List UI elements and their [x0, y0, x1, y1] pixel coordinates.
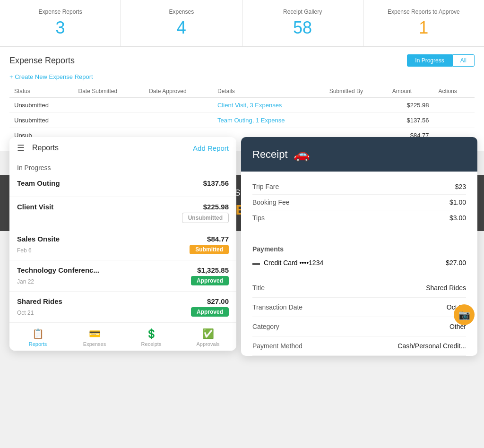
report-name: Team Outing — [17, 179, 60, 187]
title-row: Title Shared Rides — [252, 278, 466, 298]
mobile-report-list: Team Outing $137.56 Client Visit $225.98… — [9, 173, 236, 323]
credit-card-value: $27.00 — [446, 259, 466, 267]
stat-to-approve-label: Expense Reports to Approve — [373, 9, 475, 15]
payment-method-row: Payment Method Cash/Personal Credit... — [252, 336, 466, 356]
tips-value: $3.00 — [449, 214, 466, 222]
transaction-date-row: Transaction Date Oct 21 — [252, 298, 466, 317]
stat-expense-reports-label: Expense Reports — [9, 9, 111, 15]
add-report-button[interactable]: Add Report — [193, 144, 229, 152]
cell-date-submitted — [74, 98, 145, 113]
stat-to-approve[interactable]: Expense Reports to Approve 1 — [363, 0, 484, 46]
status-badge: Submitted — [190, 245, 229, 254]
stat-expenses[interactable]: Expenses 4 — [121, 0, 242, 46]
mobile-nav: 📋 Reports 💳 Expenses 💲 Receipts ✅ Approv… — [9, 323, 236, 351]
reports-section: Expense Reports In Progress All Create N… — [0, 47, 484, 151]
list-item[interactable]: Shared Rides $27.00 Oct 21 Approved — [9, 292, 236, 323]
list-item[interactable]: Team Outing $137.56 — [9, 173, 236, 197]
cell-date-submitted — [74, 113, 145, 128]
report-amount: $225.98 — [203, 203, 229, 211]
mobile-topnav: ☰ Reports Add Report — [9, 137, 236, 159]
stat-receipt-gallery-value: 58 — [252, 18, 354, 38]
stat-receipt-gallery-label: Receipt Gallery — [252, 9, 354, 15]
report-date: Jan 22 — [17, 278, 34, 285]
filter-all[interactable]: All — [452, 54, 475, 67]
booking-fee-row: Booking Fee $1.00 — [252, 195, 466, 210]
hamburger-icon[interactable]: ☰ — [17, 143, 25, 153]
cell-actions — [433, 98, 475, 113]
report-amount: $27.00 — [207, 297, 229, 305]
payments-title: Payments — [252, 241, 466, 255]
receipt-header: Receipt 🚗 — [241, 137, 477, 172]
report-date: Oct 21 — [17, 310, 34, 316]
cell-amount: $137.56 — [388, 113, 434, 128]
mobile-nav-item-receipts[interactable]: 💲 Receipts — [123, 328, 180, 347]
camera-button[interactable]: 📷 — [454, 304, 475, 325]
col-actions: Actions — [433, 85, 475, 98]
stat-expenses-label: Expenses — [130, 9, 232, 15]
payments-section: Payments ▬ Credit Card ••••1234 $27.00 — [241, 233, 477, 278]
cell-date-approved — [144, 113, 213, 128]
table-row[interactable]: Unsubmitted Team Outing, 1 Expense $137.… — [9, 113, 475, 128]
filter-buttons: In Progress All — [407, 54, 475, 67]
trip-fare-value: $23 — [455, 183, 466, 190]
receipt-body: Trip Fare $23 Booking Fee $1.00 Tips $3.… — [241, 172, 477, 233]
col-details: Details — [213, 85, 325, 98]
title-value: Shared Rides — [426, 284, 466, 292]
in-progress-header: In Progress — [9, 159, 236, 173]
mobile-nav-label: Receipts — [141, 341, 162, 347]
col-status: Status — [9, 85, 74, 98]
approvals-icon: ✅ — [202, 328, 214, 339]
mobile-nav-item-reports[interactable]: 📋 Reports — [9, 328, 66, 347]
report-name: Sales Onsite — [17, 235, 60, 243]
col-amount: Amount — [388, 85, 434, 98]
stat-expense-reports[interactable]: Expense Reports 3 — [0, 0, 121, 46]
cell-submitted-by — [325, 98, 388, 113]
payment-method-label: Payment Method — [252, 342, 302, 350]
booking-fee-label: Booking Fee — [252, 198, 290, 206]
title-label: Title — [252, 284, 265, 292]
create-new-link[interactable]: Create New Expense Report — [9, 73, 93, 80]
col-date-approved: Date Approved — [144, 85, 213, 98]
stat-receipt-gallery[interactable]: Receipt Gallery 58 — [242, 0, 363, 46]
cell-actions — [433, 113, 475, 128]
list-item[interactable]: Client Visit $225.98 Unsubmitted — [9, 197, 236, 229]
mobile-nav-label: Expenses — [83, 341, 106, 347]
tips-label: Tips — [252, 214, 265, 222]
category-label: Category — [252, 323, 279, 330]
cell-amount: $225.98 — [388, 98, 434, 113]
trip-fare-label: Trip Fare — [252, 183, 279, 190]
report-date: Feb 6 — [17, 247, 32, 254]
transaction-date-label: Transaction Date — [252, 303, 302, 311]
list-item[interactable]: Sales Onsite $84.77 Feb 6 Submitted — [9, 229, 236, 260]
card-icon: ▬ — [252, 258, 260, 267]
cell-submitted-by — [325, 113, 388, 128]
tips-row: Tips $3.00 — [252, 210, 466, 225]
report-amount: $137.56 — [203, 179, 229, 187]
category-row: Category Other — [252, 317, 466, 336]
report-name: Shared Rides — [17, 297, 62, 305]
mobile-nav-item-expenses[interactable]: 💳 Expenses — [66, 328, 123, 347]
cell-status: Unsubmitted — [9, 113, 74, 128]
mobile-app-overlay: ☰ Reports Add Report In Progress Team Ou… — [9, 137, 236, 351]
reports-header: Expense Reports In Progress All — [9, 54, 475, 67]
report-amount: $1,325.85 — [197, 266, 229, 274]
col-submitted-by: Submitted By — [325, 85, 388, 98]
list-item[interactable]: Technology Conferenc... $1,325.85 Jan 22… — [9, 260, 236, 292]
stat-to-approve-value: 1 — [373, 18, 475, 38]
expense-table: Status Date Submitted Date Approved Deta… — [9, 85, 475, 143]
trip-fare-row: Trip Fare $23 — [252, 179, 466, 195]
detail-rows: Title Shared Rides Transaction Date Oct … — [241, 278, 477, 356]
status-badge: Approved — [191, 276, 229, 285]
credit-card-row: ▬ Credit Card ••••1234 $27.00 — [252, 255, 466, 271]
reports-icon: 📋 — [32, 328, 44, 339]
receipts-icon: 💲 — [146, 328, 157, 339]
stat-expense-reports-value: 3 — [9, 18, 111, 38]
mobile-nav-label: Approvals — [197, 341, 220, 347]
status-badge: Approved — [191, 307, 229, 317]
mobile-nav-item-approvals[interactable]: ✅ Approvals — [180, 328, 236, 347]
expenses-icon: 💳 — [89, 328, 101, 339]
cell-details: Client Visit, 3 Expenses — [213, 98, 325, 113]
filter-in-progress[interactable]: In Progress — [407, 54, 452, 67]
table-row[interactable]: Unsubmitted Client Visit, 3 Expenses $22… — [9, 98, 475, 113]
receipt-title: Receipt — [252, 148, 288, 161]
